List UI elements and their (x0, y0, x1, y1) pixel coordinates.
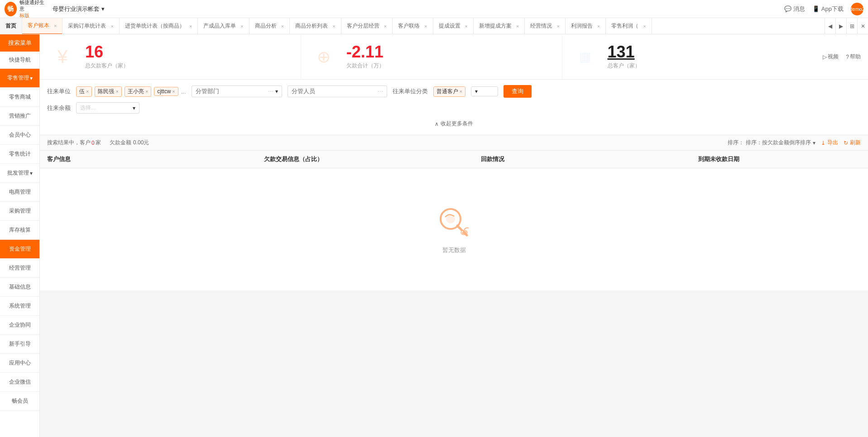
close-tab-retail-profit[interactable]: × (643, 24, 646, 29)
sidebar-item-inventory[interactable]: 库存核算 (0, 221, 39, 240)
close-tab-customer-layer[interactable]: × (384, 24, 387, 29)
close-tab-inbound[interactable]: × (189, 24, 192, 29)
nav-prev-arrow[interactable]: ◀ (825, 18, 835, 34)
app-download-btn[interactable]: 📱 App下载 (812, 5, 844, 13)
sidebar-item-vip-member[interactable]: 畅会员 (0, 392, 39, 411)
sidebar-search[interactable]: 搜索菜单 (0, 34, 39, 52)
logo-icon: 畅 (5, 2, 17, 16)
close-tab-improve[interactable]: × (465, 24, 468, 29)
tab-customer-account[interactable]: 客户账本 × (22, 18, 62, 34)
sidebar-item-retail-mall[interactable]: 零售商城 (0, 88, 39, 107)
sidebar-item-enterprise-wechat[interactable]: 企业微信 (0, 373, 39, 392)
nav-next-arrow[interactable]: ▶ (835, 18, 846, 34)
sidebar-item-basic-info[interactable]: 基础信息 (0, 278, 39, 297)
close-tab-business[interactable]: × (556, 24, 559, 29)
collapse-icon: ∧ (435, 121, 439, 127)
refresh-button[interactable]: ↻ 刷新 (844, 139, 861, 147)
chevron-down-icon: ▾ (101, 5, 105, 12)
owe-customers-label: 总欠款客户（家） (85, 62, 129, 70)
department-chevron: ▾ (275, 88, 278, 95)
tab-product-analysis[interactable]: 商品分析 × (249, 18, 290, 34)
from-unit-label: 往来单位 (47, 87, 71, 95)
sidebar-item-wholesale-mgmt[interactable]: 批发管理 ▾ (0, 164, 39, 183)
close-tab-product-list[interactable]: × (332, 24, 335, 29)
result-bar: 搜索结果中，客户 0 家 欠款金额 0.00元 排序： 排序：按欠款金额倒序排序… (40, 135, 868, 151)
sidebar-item-system-mgmt[interactable]: 系统管理 (0, 297, 39, 316)
tab-home[interactable]: 首页 (0, 18, 22, 34)
svg-point-4 (461, 231, 463, 233)
balance-selector[interactable]: 选择... ▾ (76, 102, 139, 114)
collapse-btn[interactable]: ∧ 收起更多条件 (435, 118, 473, 129)
filter-row-2: 往来余额 选择... ▾ (47, 102, 861, 114)
sidebar-item-new-guide[interactable]: 新手引导 (0, 335, 39, 354)
total-customers-icon: ▦ (571, 43, 599, 71)
user-avatar-btn[interactable]: demo2 (851, 3, 863, 15)
tab-business-status[interactable]: 经营情况 × (525, 18, 565, 34)
unit-class-dropdown[interactable]: ▾ (471, 86, 498, 96)
owe-customers-value: 16 (85, 44, 129, 60)
logo-area: 畅 畅捷通好生意 标版 (5, 0, 44, 19)
summary-card-total-customers: ▦ 131 总客户（家） (562, 35, 823, 79)
person-selector[interactable]: 分管人员 ⋯ (288, 86, 387, 97)
filter-tag-chenminqiang[interactable]: 陈民强 × (95, 86, 121, 97)
nav-close-all-icon[interactable]: ✕ (857, 18, 868, 34)
company-selector[interactable]: 母婴行业演示帐套 ▾ (53, 5, 105, 13)
sidebar-item-business-mgmt[interactable]: 经营管理 (0, 259, 39, 278)
sidebar-item-purchase-mgmt[interactable]: 采购管理 (0, 202, 39, 221)
close-tab-product-analysis[interactable]: × (281, 24, 284, 29)
nav-arrows: ◀ ▶ ⊞ ✕ (825, 18, 868, 34)
filter-tag-normal-customer[interactable]: 普通客户 × (433, 86, 465, 97)
tab-product-inbound[interactable]: 产成品入库单 × (198, 18, 249, 34)
message-btn[interactable]: 💬 消息 (784, 5, 805, 13)
sidebar-item-retail-stat[interactable]: 零售统计 (0, 145, 39, 164)
filter-tag-wangxiaoliang[interactable]: 王小亮 × (125, 86, 151, 97)
tab-customer-contact[interactable]: 客户联络 × (393, 18, 433, 34)
department-selector[interactable]: 分管部门 ⋯ ▾ (192, 86, 282, 97)
video-link[interactable]: ▷ 视频 (823, 53, 839, 61)
query-button[interactable]: 查询 (504, 85, 532, 98)
tab-profit-report[interactable]: 利润报告 × (566, 18, 606, 34)
tab-new-improve[interactable]: 新增提成方案 × (474, 18, 525, 34)
remove-tag-chen[interactable]: × (115, 89, 118, 94)
tab-retail-profit[interactable]: 零售利润（ × (606, 18, 652, 34)
remove-tag-wu[interactable]: × (86, 89, 89, 94)
play-icon: ▷ (823, 54, 827, 60)
unit-class-chevron: ▾ (475, 88, 478, 95)
filter-more-btn[interactable]: ... (181, 88, 186, 95)
close-tab-profit[interactable]: × (597, 24, 600, 29)
filter-tag-wu[interactable]: 伍 × (76, 86, 92, 97)
sidebar-item-finance-mgmt[interactable]: 资金管理 (0, 240, 39, 259)
svg-point-3 (460, 230, 468, 235)
close-tab-customer-account[interactable]: × (54, 23, 57, 28)
sidebar-item-retail-mgmt[interactable]: 零售管理 ▾ (0, 69, 39, 88)
sidebar-item-app-center[interactable]: 应用中心 (0, 354, 39, 373)
table-header: 客户信息 欠款交易信息（占比） 回款情况 到期未收款日期 (40, 151, 868, 168)
close-tab-customer-contact[interactable]: × (424, 24, 427, 29)
sidebar-item-enterprise-collab[interactable]: 企业协同 (0, 316, 39, 335)
close-tab-product-inbound[interactable]: × (240, 24, 243, 29)
filter-tag-cjttcw[interactable]: cjttcw × (154, 87, 178, 96)
remove-tag-cjttcw[interactable]: × (172, 89, 175, 94)
tab-inbound-stat[interactable]: 进货单统计表（按商品） × (120, 18, 198, 34)
sidebar-quick-nav[interactable]: 快捷导航 (0, 52, 39, 69)
sort-button[interactable]: 排序： 排序：按欠款金额倒序排序 ▾ (728, 139, 815, 147)
tab-customer-layer[interactable]: 客户分层经营 × (341, 18, 393, 34)
remove-tag-wang[interactable]: × (145, 89, 148, 94)
table-container: 客户信息 欠款交易信息（占比） 回款情况 到期未收款日期 暂无数据 (40, 151, 868, 290)
owe-amount-label: 欠款合计（万） (346, 62, 384, 70)
tab-purchase-order-stat[interactable]: 采购订单统计表 × (62, 18, 119, 34)
tab-improve-settings[interactable]: 提成设置 × (433, 18, 474, 34)
export-button[interactable]: ⤓ 导出 (821, 139, 838, 147)
top-bar-left: 畅 畅捷通好生意 标版 母婴行业演示帐套 ▾ (5, 0, 105, 19)
chevron-icon: ▾ (30, 75, 33, 81)
sidebar-item-marketing[interactable]: 营销推广 (0, 107, 39, 126)
sidebar-item-ecommerce[interactable]: 电商管理 (0, 183, 39, 202)
close-tab-purchase[interactable]: × (110, 24, 113, 29)
close-tab-new-improve[interactable]: × (516, 24, 519, 29)
remove-tag-normal[interactable]: × (460, 89, 462, 94)
empty-state: 暂无数据 (40, 168, 868, 290)
tab-product-analysis-list[interactable]: 商品分析列表 × (290, 18, 341, 34)
sidebar-item-member-center[interactable]: 会员中心 (0, 126, 39, 145)
help-link[interactable]: ? 帮助 (846, 53, 861, 61)
nav-expand-icon[interactable]: ⊞ (846, 18, 857, 34)
